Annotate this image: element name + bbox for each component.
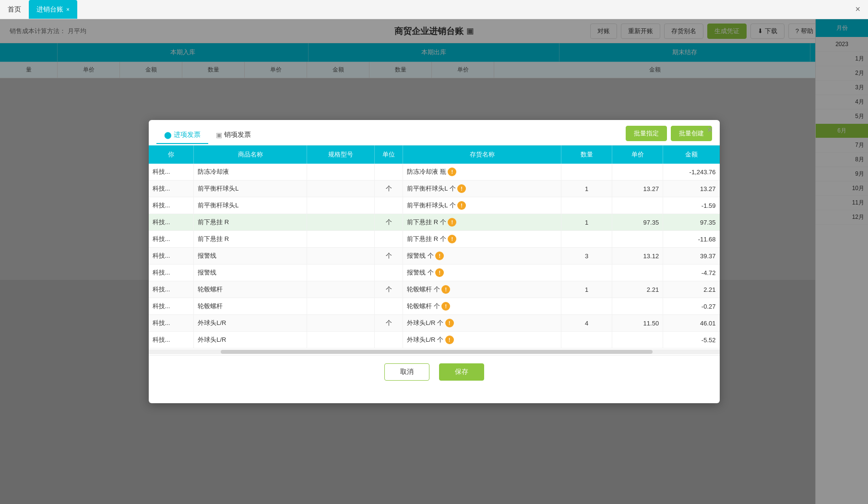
table-cell: [612, 164, 663, 180]
table-cell: 轮毂螺杆 个 !: [403, 281, 561, 298]
table-cell: 科技...: [149, 315, 194, 332]
table-cell: [307, 281, 374, 298]
table-cell: -0.27: [663, 298, 720, 315]
table-cell: 科技...: [149, 248, 194, 264]
table-row[interactable]: 科技...前下悬挂 R前下悬挂 R 个 !-11.68: [149, 231, 720, 248]
table-row[interactable]: 科技...轮毂螺杆个轮毂螺杆 个 !12.212.21: [149, 281, 720, 298]
table-cell: 2.21: [663, 281, 720, 298]
inventory-name-text: 前下悬挂 R 个: [407, 218, 446, 226]
table-row[interactable]: 科技...轮毂螺杆轮毂螺杆 个 !-0.27: [149, 298, 720, 315]
batch-assign-button[interactable]: 批量指定: [626, 126, 667, 141]
th-spec: 规格型号: [307, 145, 374, 164]
table-cell: 个: [375, 214, 403, 231]
warn-icon: !: [457, 201, 466, 210]
warn-icon: !: [445, 336, 454, 344]
tab-home[interactable]: 首页: [0, 0, 29, 19]
th-product-name: 商品名称: [194, 145, 307, 164]
warn-icon: !: [441, 302, 450, 311]
warn-icon: !: [448, 168, 456, 176]
table-cell: [612, 298, 663, 315]
page-layout: 销售成本计算方法： 月平均 商贸企业进销台账 ▣ 对账 重新开账 存货别名 生成…: [0, 19, 868, 504]
table-cell: 4: [561, 315, 612, 332]
inventory-name-text: 外球头L/R 个: [407, 336, 443, 343]
table-cell: [307, 298, 374, 315]
table-cell: -1,243.76: [663, 164, 720, 180]
table-cell: 报警线: [194, 248, 307, 264]
table-cell: [307, 315, 374, 332]
table-cell: 轮毂螺杆: [194, 281, 307, 298]
table-cell: 科技...: [149, 298, 194, 315]
save-button[interactable]: 保存: [439, 363, 484, 381]
th-amount: 金额: [663, 145, 720, 164]
tab-close-icon[interactable]: ×: [66, 6, 70, 13]
th-price: 单价: [612, 145, 663, 164]
table-cell: [561, 332, 612, 348]
inventory-name-text: 前下悬挂 R 个: [407, 235, 446, 242]
batch-create-button[interactable]: 批量创建: [671, 126, 712, 141]
table-row[interactable]: 科技...防冻冷却液防冻冷却液 瓶 !-1,243.76: [149, 164, 720, 180]
table-cell: 科技...: [149, 264, 194, 281]
warn-icon: !: [435, 268, 444, 277]
inventory-name-text: 报警线 个: [407, 252, 434, 259]
modal-footer: 取消 保存: [149, 355, 720, 388]
modal-overlay: ⬤ 进项发票 ▣ 销项发票 批量指定 批量创建 ×: [0, 19, 868, 504]
modal-close-button[interactable]: ×: [707, 125, 713, 134]
modal-header-actions: 批量指定 批量创建: [626, 126, 712, 145]
table-cell: 3: [561, 248, 612, 264]
window-close-button[interactable]: ×: [847, 0, 868, 19]
table-cell: 科技...: [149, 197, 194, 214]
table-cell: 报警线 个 !: [403, 264, 561, 281]
table-cell: [612, 332, 663, 348]
tab-active[interactable]: 进销台账 ×: [29, 0, 77, 19]
table-cell: 报警线 个 !: [403, 248, 561, 264]
tab-outgoing-invoice[interactable]: ▣ 销项发票: [208, 127, 259, 144]
inventory-name-text: 报警线 个: [407, 269, 434, 276]
table-cell: [307, 180, 374, 197]
table-cell: 科技...: [149, 214, 194, 231]
table-cell: -4.72: [663, 264, 720, 281]
table-cell: 报警线: [194, 264, 307, 281]
table-cell: 97.35: [612, 214, 663, 231]
warn-icon: !: [445, 319, 454, 327]
table-cell: [307, 214, 374, 231]
inventory-name-text: 轮毂螺杆 个: [407, 302, 440, 310]
table-row[interactable]: 科技...报警线个报警线 个 !313.1239.37: [149, 248, 720, 264]
table-cell: 科技...: [149, 231, 194, 248]
th-inventory-name: 存货名称: [403, 145, 561, 164]
table-cell: 科技...: [149, 332, 194, 348]
outgoing-tab-icon: ▣: [216, 131, 222, 139]
table-cell: [307, 332, 374, 348]
table-row[interactable]: 科技...外球头L/R外球头L/R 个 !-5.52: [149, 332, 720, 348]
table-row[interactable]: 科技...报警线报警线 个 !-4.72: [149, 264, 720, 281]
table-cell: [561, 197, 612, 214]
inventory-name-text: 前平衡杆球头L 个: [407, 202, 455, 209]
horizontal-scrollbar[interactable]: [149, 349, 720, 354]
tab-incoming-invoice[interactable]: ⬤ 进项发票: [156, 127, 208, 144]
table-cell: [612, 264, 663, 281]
table-cell: 前下悬挂 R: [194, 214, 307, 231]
table-cell: 科技...: [149, 164, 194, 180]
table-cell: [307, 164, 374, 180]
inventory-name-text: 防冻冷却液 瓶: [407, 168, 446, 175]
table-cell: 13.27: [663, 180, 720, 197]
table-cell: -11.68: [663, 231, 720, 248]
table-cell: 前平衡杆球头L 个 !: [403, 180, 561, 197]
cancel-button[interactable]: 取消: [384, 363, 429, 381]
table-cell: [375, 332, 403, 348]
table-cell: 轮毂螺杆 个 !: [403, 298, 561, 315]
table-row[interactable]: 科技...外球头L/R个外球头L/R 个 !411.5046.01: [149, 315, 720, 332]
scrollbar-thumb[interactable]: [221, 350, 653, 354]
table-cell: [561, 298, 612, 315]
incoming-tab-icon: ⬤: [164, 131, 172, 139]
table-cell: 前平衡杆球头L: [194, 180, 307, 197]
table-cell: 防冻冷却液: [194, 164, 307, 180]
table-cell: 防冻冷却液 瓶 !: [403, 164, 561, 180]
table-cell: 外球头L/R: [194, 315, 307, 332]
table-cell: 外球头L/R: [194, 332, 307, 348]
table-cell: [307, 248, 374, 264]
table-cell: 个: [375, 315, 403, 332]
table-row[interactable]: 科技...前平衡杆球头L前平衡杆球头L 个 !-1.59: [149, 197, 720, 214]
table-cell: 科技...: [149, 281, 194, 298]
table-row[interactable]: 科技...前下悬挂 R个前下悬挂 R 个 !197.3597.35: [149, 214, 720, 231]
table-row[interactable]: 科技...前平衡杆球头L个前平衡杆球头L 个 !113.2713.27: [149, 180, 720, 197]
